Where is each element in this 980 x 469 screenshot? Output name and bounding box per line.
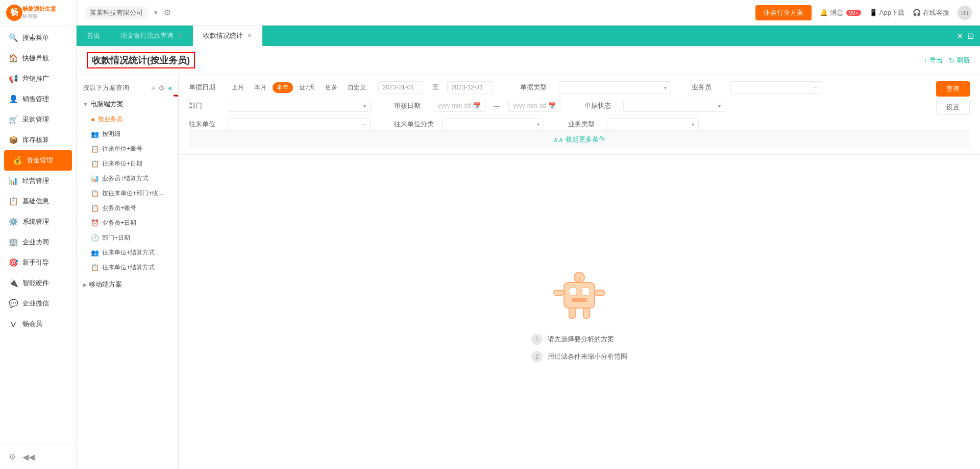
tree-item-salesperson-settlement[interactable]: 📊 业务员+结算方式 <box>77 171 178 186</box>
tab-receipt[interactable]: 收款情况统计 ✕ <box>193 26 262 46</box>
detail-icon: 👥 <box>91 130 99 138</box>
notification-action[interactable]: 🔔 消息 99+ <box>820 8 861 17</box>
doc-type-select[interactable]: ▾ <box>559 81 671 93</box>
tree-item-unit-settlement1[interactable]: 👥 往来单位+结算方式 <box>77 245 178 260</box>
user-avatar[interactable]: Rit <box>958 6 972 20</box>
logo-area: 畅 畅捷通好生意 标准版 <box>0 0 76 26</box>
sidebar-item-guide[interactable]: 🎯 新手引导 <box>0 252 76 273</box>
collapse-bar[interactable]: ∧∧ 收起更多条件 <box>189 130 970 148</box>
sidebar-item-enterprise[interactable]: 🏢 企业协同 <box>0 232 76 252</box>
date-from-input[interactable]: 2023-01-01 <box>378 81 424 93</box>
tab-receipt-close[interactable]: ✕ <box>247 32 252 39</box>
sidebar-item-hardware[interactable]: 🔌 智能硬件 <box>0 273 76 293</box>
sidebar-item-purchase-label: 采购管理 <box>22 115 49 124</box>
counterpart-more-btn[interactable]: ··· <box>362 122 366 127</box>
filter-row-1: 单据日期 上月 本月 本年 近7天 更多 自定义 2023-01-01 至 <box>189 81 924 93</box>
audit-to-placeholder: yyyy-mm-dd <box>513 102 546 109</box>
export-button[interactable]: ↑ 导出 <box>924 56 943 65</box>
add-scheme-button[interactable]: + <box>151 84 155 92</box>
tree-item-dept-date[interactable]: 🕐 部门+日期 <box>77 230 178 245</box>
tree-item-salesperson[interactable]: ● 按业务员 <box>77 112 178 127</box>
dept-select[interactable]: ▾ <box>228 100 371 112</box>
tree-expand-arrow: ▼ <box>83 101 88 107</box>
sidebar-item-basic[interactable]: 📋 基础信息 <box>0 191 76 212</box>
date-tab-7days[interactable]: 近7天 <box>295 82 319 93</box>
header-settings-icon[interactable]: ⚙ <box>164 8 171 17</box>
hardware-icon: 🔌 <box>8 278 18 288</box>
collapse-panel-button[interactable]: « <box>168 84 172 92</box>
empty-step-2: 2 用过滤条件来缩小分析范围 <box>531 351 627 362</box>
tree-item-unit-date[interactable]: 📋 往来单位+日期 <box>77 156 178 171</box>
tree-item-detail-label: 按明细 <box>102 130 120 138</box>
date-tab-this-month[interactable]: 本月 <box>250 82 271 93</box>
svg-rect-10 <box>583 308 590 318</box>
sidebar-item-inventory[interactable]: 📦 库存核算 <box>0 130 76 150</box>
doc-status-select[interactable]: ▾ <box>623 100 725 112</box>
date-tab-custom[interactable]: 自定义 <box>344 82 370 93</box>
sidebar-item-finance[interactable]: 💰 资金管理 <box>4 150 72 171</box>
sidebar-item-sales[interactable]: 👤 销售管理 <box>0 89 76 109</box>
audit-from-input[interactable]: yyyy-mm-dd 📅 <box>433 100 485 112</box>
tree-item-salesperson-account[interactable]: 📋 业务员+账号 <box>77 201 178 216</box>
sidebar-item-system[interactable]: ⚙️ 系统管理 <box>0 212 76 232</box>
tab-bar: 首页 现金银行流水查询 ✕ 收款情况统计 ✕ ✕ ⊡ <box>77 26 980 46</box>
unit-settlement2-icon: 📋 <box>91 264 99 271</box>
header-right: 体验行业方案 🔔 消息 99+ 📱 App下载 🎧 在线客服 Rit <box>755 5 972 20</box>
settings-set-button[interactable]: 设置 <box>936 100 970 115</box>
tree-parent-mobile[interactable]: ▶ 移动端方案 <box>77 277 178 292</box>
app-download-action[interactable]: 📱 App下载 <box>869 8 904 17</box>
sidebar-item-wechat[interactable]: 💬 企业微信 <box>0 293 76 314</box>
business-type-select[interactable]: ▾ <box>607 118 699 130</box>
trial-button[interactable]: 体验行业方案 <box>755 5 812 20</box>
settings-bottom-icon[interactable]: ⚙ <box>6 451 18 463</box>
collapse-sidebar-icon[interactable]: ◀◀ <box>22 451 35 463</box>
sidebar-item-operation[interactable]: 📊 经营管理 <box>0 171 76 191</box>
tab-home[interactable]: 首页 <box>77 26 110 46</box>
business-type-label: 业务类型 <box>568 120 599 129</box>
sidebar-item-guide-label: 新手引导 <box>22 258 49 267</box>
online-service-action[interactable]: 🎧 在线客服 <box>913 8 949 17</box>
doc-type-dropdown-arrow: ▾ <box>664 85 667 90</box>
sidebar-item-wechat-label: 企业微信 <box>22 299 49 308</box>
tree-item-salesperson-date-label: 业务员+日期 <box>102 219 136 227</box>
sidebar-item-purchase[interactable]: 🛒 采购管理 <box>0 109 76 130</box>
calendar-icon[interactable]: 📅 <box>473 102 481 109</box>
tab-bank-close[interactable]: ✕ <box>178 32 183 39</box>
unit-account-icon: 📋 <box>91 145 99 153</box>
tree-item-unit-dept[interactable]: 📋 按往来单位+部门+收... <box>77 186 178 201</box>
sidebar-item-member[interactable]: V 畅会员 <box>0 314 76 334</box>
purchase-icon: 🛒 <box>8 114 18 125</box>
refresh-button[interactable]: ↻ 刷新 <box>949 56 970 65</box>
step-num-2: 2 <box>531 351 543 362</box>
tab-bank[interactable]: 现金银行流水查询 ✕ <box>110 26 193 46</box>
calendar2-icon[interactable]: 📅 <box>548 102 556 109</box>
tree-item-detail[interactable]: 👥 按明细 <box>77 127 178 142</box>
salesperson-account-icon: 📋 <box>91 204 99 212</box>
date-to-input[interactable]: 2023-12-31 <box>447 81 493 93</box>
tree-parent-desktop[interactable]: ▼ 电脑端方案 <box>77 97 178 112</box>
date-tab-more[interactable]: 更多 <box>321 82 341 93</box>
scheme-settings-button[interactable]: ⚙ <box>158 84 165 92</box>
tab-close-window[interactable]: ✕ <box>957 31 963 41</box>
counterpart-select[interactable]: ··· <box>228 118 371 130</box>
audit-to-input[interactable]: yyyy-mm-dd 📅 <box>508 100 560 112</box>
query-button[interactable]: 查询 <box>936 81 970 97</box>
salesperson-select[interactable]: ··· <box>730 81 822 93</box>
tab-maximize-window[interactable]: ⊡ <box>967 31 974 41</box>
sidebar-item-marketing[interactable]: 📢 营销推广 <box>0 68 76 89</box>
date-tab-this-year[interactable]: 本年 <box>273 82 293 93</box>
service-icon: 🎧 <box>913 9 921 16</box>
sidebar-item-shortcut[interactable]: 🏠 快捷导航 <box>0 48 76 68</box>
breadcrumb-dropdown[interactable]: ▾ <box>154 9 158 16</box>
sidebar-item-search[interactable]: 🔍 搜索菜单 <box>0 28 76 48</box>
notification-badge: 99+ <box>846 10 861 16</box>
tree-item-unit-account[interactable]: 📋 往来单位+账号 <box>77 142 178 156</box>
date-tab-last-month[interactable]: 上月 <box>228 82 248 93</box>
sidebar-item-operation-label: 经营管理 <box>22 176 49 185</box>
tree-item-salesperson-settlement-label: 业务员+结算方式 <box>102 174 149 183</box>
refresh-icon: ↻ <box>949 57 954 64</box>
tree-item-salesperson-date[interactable]: ⏰ 业务员+日期 <box>77 216 178 230</box>
counterpart-category-select[interactable]: ▾ <box>442 118 544 130</box>
tab-home-label: 首页 <box>87 31 100 40</box>
tree-item-unit-settlement2[interactable]: 📋 往来单位+结算方式 <box>77 260 178 275</box>
